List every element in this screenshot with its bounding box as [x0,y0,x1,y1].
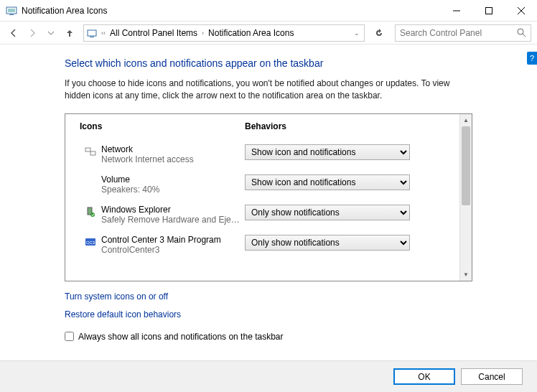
svg-point-9 [518,29,523,34]
chevron-right-icon[interactable]: ‹‹ [100,29,107,37]
breadcrumb-item[interactable]: All Control Panel Items [110,28,197,38]
behavior-select[interactable]: Show icon and notifications [245,174,410,190]
page-heading: Select which icons and notifications app… [65,57,515,69]
behavior-select[interactable]: Show icon and notifications [245,144,410,160]
item-subtitle: Safely Remove Hardware and Eject... [101,215,243,225]
chevron-down-icon[interactable]: ⌄ [352,29,361,37]
icon-row: CC3 Control Center 3 Main Program Contro… [80,235,448,255]
search-box[interactable] [395,24,531,42]
svg-line-10 [523,34,526,37]
system-icons-link[interactable]: Turn system icons on or off [65,291,168,302]
item-name: Control Center 3 Main Program [101,235,245,245]
app-icon [6,5,17,17]
up-button[interactable] [62,25,78,41]
item-name: Volume [101,174,245,185]
behavior-select[interactable]: Only show notifications [245,205,410,220]
network-icon [80,144,101,157]
restore-defaults-link[interactable]: Restore default icon behaviors [65,309,181,319]
cancel-button[interactable]: Cancel [461,368,523,385]
title-bar: Notification Area Icons [0,0,537,22]
nav-bar: ‹‹ All Control Panel Items › Notificatio… [0,22,537,45]
svg-rect-12 [90,151,95,155]
svg-text:CC3: CC3 [86,241,95,245]
scrollbar[interactable]: ▲ ▼ [459,114,472,281]
item-subtitle: ControlCenter3 [101,245,243,255]
chevron-right-icon[interactable]: › [200,29,205,37]
item-name: Windows Explorer [101,205,245,215]
scroll-track[interactable] [460,126,472,269]
svg-rect-4 [485,7,492,14]
back-button[interactable] [6,25,22,41]
minimize-button[interactable] [440,0,472,21]
item-subtitle: Speakers: 40% [101,185,243,195]
icon-row: Network Network Internet access Show ico… [80,144,448,164]
maximize-button[interactable] [472,0,505,21]
behavior-select[interactable]: Only show notifications [245,235,410,251]
dialog-footer: OK Cancel [0,360,537,392]
item-name: Network [101,144,245,154]
main-content: Select which icons and notifications app… [0,45,537,342]
icon-row: Windows Explorer Safely Remove Hardware … [80,205,448,225]
svg-rect-1 [9,14,14,15]
scroll-down-button[interactable]: ▼ [460,269,472,281]
recent-dropdown[interactable] [43,25,59,41]
column-header-behaviors: Behaviors [245,121,448,131]
control-panel-icon [87,28,97,38]
icons-panel: Icons Behaviors Network Network Internet… [65,113,472,281]
address-bar[interactable]: ‹‹ All Control Panel Items › Notificatio… [83,24,365,42]
refresh-button[interactable] [370,24,388,42]
close-button[interactable] [505,0,537,21]
item-subtitle: Network Internet access [101,154,243,164]
always-show-checkbox[interactable] [65,332,74,341]
ok-button[interactable]: OK [393,368,455,385]
scroll-thumb[interactable] [462,126,470,205]
column-header-icons: Icons [80,121,245,131]
usb-eject-icon [80,205,101,218]
window-title: Notification Area Icons [22,6,440,16]
control-center-icon: CC3 [80,235,101,248]
search-input[interactable] [400,28,517,38]
svg-rect-8 [90,37,94,37]
page-description: If you choose to hide icons and notifica… [65,78,467,102]
search-icon[interactable] [517,28,526,37]
always-show-label: Always show all icons and notifications … [78,332,284,342]
breadcrumb-item[interactable]: Notification Area Icons [208,28,294,38]
icon-row: Volume Speakers: 40% Show icon and notif… [80,174,448,195]
svg-rect-7 [88,30,96,36]
scroll-up-button[interactable]: ▲ [460,114,472,126]
svg-rect-2 [8,9,15,12]
forward-button[interactable] [24,25,40,41]
volume-icon [80,174,101,176]
svg-rect-11 [85,148,90,151]
